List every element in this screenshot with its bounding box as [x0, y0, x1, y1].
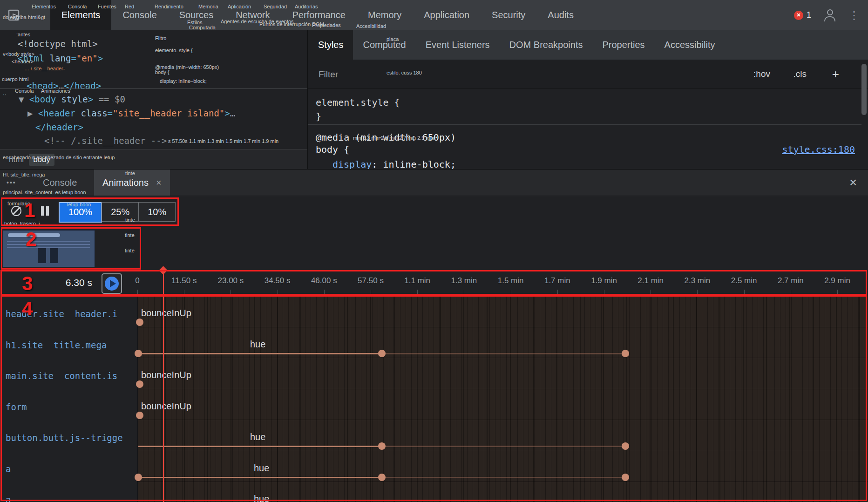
keyframe-dot[interactable]: [378, 474, 386, 481]
ruler-tick-label: 2.7 min: [778, 276, 804, 285]
dom-line[interactable]: <html lang="en">: [18, 53, 103, 63]
styles-filter-input[interactable]: [318, 66, 617, 83]
anim-row-node-name[interactable]: h1.site__title.mega: [6, 340, 136, 350]
devtools-window: ElementsConsoleSourcesNetworkPerformance…: [0, 0, 868, 502]
dom-token: <header: [38, 108, 75, 118]
toolbar-tab-application[interactable]: Application: [413, 0, 481, 30]
toolbar-tab-performance[interactable]: Performance: [281, 0, 357, 30]
playback-rate-25pct[interactable]: 25%: [102, 202, 139, 222]
dom-line[interactable]: <!-- /.site__header -->: [44, 136, 167, 146]
css-declaration[interactable]: display: inline-block;: [332, 159, 456, 169]
dom-token: >: [98, 53, 103, 63]
anim-row-node-name[interactable]: button.butt.js--trigge: [6, 433, 136, 443]
drawer-close-icon[interactable]: ×: [849, 170, 857, 196]
dom-line[interactable]: </header>: [35, 122, 83, 132]
animation-name-label: hue: [254, 463, 269, 474]
keyframe-dot[interactable]: [135, 350, 142, 357]
body-selector[interactable]: body {: [316, 144, 349, 155]
keyframe-dot[interactable]: [622, 474, 629, 481]
dom-token: …: [59, 81, 64, 91]
styles-tab-accessibility[interactable]: Accessibility: [655, 30, 725, 60]
css-property-name: display: [332, 159, 372, 169]
keyframe-dot[interactable]: [136, 380, 143, 388]
animation-name-label: bounceInUp: [141, 308, 191, 319]
toolbar-tab-network[interactable]: Network: [224, 0, 281, 30]
styles-tab-event-listeners[interactable]: Event Listeners: [416, 30, 500, 60]
anim-row-node-name[interactable]: header.site__header.i: [6, 309, 136, 319]
anim-row-node-name[interactable]: form: [6, 402, 136, 412]
styles-tab-properties[interactable]: Properties: [592, 30, 654, 60]
keyframe-dot[interactable]: [378, 442, 386, 450]
keyframe-dot[interactable]: [136, 319, 143, 326]
anim-rows: header.site__header.ibounceInUph1.site__…: [0, 296, 868, 502]
styles-tab-computed[interactable]: Computed: [353, 30, 415, 60]
keyframe-dot[interactable]: [136, 412, 143, 419]
preview-text-line: [7, 247, 90, 248]
preview-text-line: [7, 241, 90, 242]
tab-close-icon[interactable]: ×: [156, 177, 162, 188]
error-badge[interactable]: ✕ 1: [794, 10, 811, 20]
keyframe-dot[interactable]: [378, 350, 386, 357]
playback-rate-10pct[interactable]: 10%: [138, 202, 176, 222]
toolbar-tab-elements[interactable]: Elements: [50, 0, 111, 30]
remote-devices-icon[interactable]: [824, 9, 835, 21]
ruler-tick-mark: [744, 290, 745, 296]
replay-button[interactable]: [102, 273, 122, 294]
anim-row-node-name[interactable]: main.site__content.is: [6, 371, 136, 381]
styles-scrollbar[interactable]: [861, 64, 867, 115]
drawer: ••• Console Animations × × 100%25%10%: [0, 169, 868, 502]
ruler-tick-mark: [557, 290, 558, 296]
breadcrumb-item-body[interactable]: body: [29, 154, 54, 166]
row-separator: [137, 327, 868, 327]
keyframe-dot[interactable]: [135, 474, 142, 481]
cls-toggle[interactable]: .cls: [793, 60, 807, 88]
toolbar-tab-console[interactable]: Console: [111, 0, 168, 30]
ruler-tick-label: 46.00 s: [311, 276, 337, 285]
playback-rate-100pct[interactable]: 100%: [59, 202, 102, 223]
hov-toggle[interactable]: :hov: [753, 60, 770, 88]
animation-screenshot-preview[interactable]: [3, 230, 95, 267]
element-style-open[interactable]: element.style {: [316, 97, 400, 108]
animation-name-label: hue: [254, 494, 269, 502]
drawer-tab-animations[interactable]: Animations ×: [94, 170, 170, 196]
anim-row-node-name[interactable]: a: [6, 464, 136, 474]
ruler-tick-mark: [697, 290, 698, 296]
toolbar-tab-memory[interactable]: Memory: [357, 0, 413, 30]
new-rule-button[interactable]: +: [832, 60, 839, 88]
ruler-tick-mark: [604, 290, 604, 296]
anim-row-node-name[interactable]: a: [6, 495, 136, 502]
toolbar-tab-sources[interactable]: Sources: [168, 0, 224, 30]
keyframe-dot[interactable]: [622, 350, 629, 357]
styles-tab-styles[interactable]: Styles: [308, 30, 353, 60]
toolbar-tab-audits[interactable]: Audits: [536, 0, 585, 30]
timeline-scrubber[interactable]: [163, 270, 164, 502]
menu-icon[interactable]: ⋮: [848, 11, 860, 20]
keyframe-dot[interactable]: [622, 442, 629, 450]
styles-tabs: StylesComputedEvent ListenersDOM Breakpo…: [308, 30, 868, 60]
preview-text-line: [7, 244, 90, 245]
ruler-tick-mark: [837, 290, 838, 296]
clear-all-icon[interactable]: [11, 206, 21, 216]
dom-line[interactable]: ▶ <header class="site__header island">…: [27, 108, 235, 118]
styles-tab-dom-breakpoints[interactable]: DOM Breakpoints: [500, 30, 593, 60]
animation-track: [138, 446, 382, 447]
preview-button-bar: [38, 248, 46, 263]
dom-line[interactable]: <!doctype html>: [18, 39, 98, 49]
dom-line[interactable]: ▼ <body style> == $0: [19, 94, 125, 104]
breadcrumb-item-html[interactable]: html: [5, 154, 28, 166]
main-toolbar: ElementsConsoleSourcesNetworkPerformance…: [0, 0, 868, 31]
pause-all-icon[interactable]: [41, 206, 44, 216]
source-link[interactable]: style.css:180: [782, 144, 855, 155]
drawer-tab-console[interactable]: Console: [43, 170, 77, 196]
animation-track: [138, 353, 382, 354]
animation-name-label: hue: [250, 339, 265, 350]
toolbar-tab-security[interactable]: Security: [481, 0, 536, 30]
inspect-icon[interactable]: [7, 9, 20, 22]
dom-line[interactable]: <head>…</head>: [27, 81, 101, 91]
ruler-tick-label: 1.5 min: [498, 276, 524, 285]
ruler-tick-label: 1.3 min: [451, 276, 477, 285]
ruler-tick-mark: [278, 290, 278, 296]
element-style-close: }: [316, 111, 321, 122]
drawer-overflow-icon[interactable]: •••: [7, 179, 16, 186]
dom-token: <!-- /.site__header -->: [44, 136, 167, 146]
